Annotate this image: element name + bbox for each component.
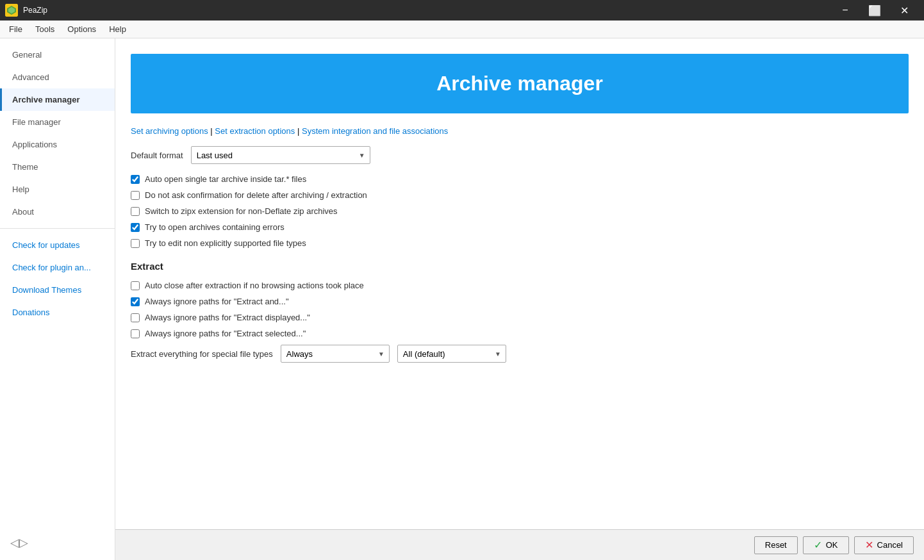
sidebar-item-about[interactable]: About [0,201,115,223]
sidebar-item-file-manager[interactable]: File manager [0,111,115,133]
sidebar: General Advanced Archive manager File ma… [0,38,115,560]
sidebar-item-archive-manager[interactable]: Archive manager [0,88,115,111]
reset-button[interactable]: Reset [754,536,798,554]
checkbox-row-try-open-errors: Try to open archives containing errors [131,222,909,232]
checkbox-row-auto-close: Auto close after extraction if no browsi… [131,281,909,290]
sidebar-collapse-button[interactable]: ◁▷ [0,531,115,555]
special-always-select[interactable]: Always Never Ask [281,345,390,363]
switch-zipx-checkbox[interactable] [131,207,140,216]
close-button[interactable]: ✕ [889,0,919,21]
always-ignore-paths-displayed-checkbox[interactable] [131,313,140,322]
special-file-types-row: Extract everything for special file type… [131,345,909,363]
sidebar-item-theme[interactable]: Theme [0,156,115,178]
sidebar-item-general[interactable]: General [0,44,115,66]
menu-options[interactable]: Options [61,22,103,37]
checkbox-row-always-ignore-and: Always ignore paths for "Extract and..." [131,297,909,306]
sidebar-item-advanced[interactable]: Advanced [0,66,115,88]
always-ignore-paths-and-label[interactable]: Always ignore paths for "Extract and..." [145,297,289,306]
menu-bar: File Tools Options Help [0,21,924,38]
bottom-bar: Reset ✓ OK ✕ Cancel [115,529,924,560]
menu-help[interactable]: Help [103,22,133,37]
default-format-row: Default format Last used ZIP 7Z TAR GZ B… [131,146,909,164]
app-icon [5,4,18,17]
default-format-label: Default format [131,151,183,160]
content-header: Archive manager [131,54,909,113]
sidebar-item-check-plugin[interactable]: Check for plugin an... [0,256,115,279]
try-edit-unsupported-label[interactable]: Try to edit non explicitly supported fil… [145,238,306,248]
links-row: Set archiving options | Set extraction o… [131,126,909,136]
always-ignore-paths-displayed-label[interactable]: Always ignore paths for "Extract display… [145,313,310,322]
content-body: Set archiving options | Set extraction o… [115,113,924,375]
title-bar-left: PeaZip [5,4,47,17]
separator-2: | [297,126,302,136]
content-header-title: Archive manager [156,72,883,95]
sidebar-item-download-themes[interactable]: Download Themes [0,279,115,301]
sidebar-divider [0,228,115,229]
title-bar-controls: − ⬜ ✕ [830,0,919,21]
checkboxes-container: Auto open single tar archive inside tar.… [131,174,909,248]
sidebar-item-check-updates[interactable]: Check for updates [0,234,115,256]
cancel-button[interactable]: ✕ Cancel [854,536,914,554]
auto-close-checkbox[interactable] [131,281,140,290]
no-confirm-delete-label[interactable]: Do not ask confirmation for delete after… [145,190,367,200]
checkbox-row-try-edit-unsupported: Try to edit non explicitly supported fil… [131,238,909,248]
sidebar-item-applications[interactable]: Applications [0,133,115,156]
content-scroll: Archive manager Set archiving options | … [115,38,924,529]
checkbox-row-switch-zipx: Switch to zipx extension for non-Deflate… [131,206,909,216]
system-integration-link[interactable]: System integration and file associations [302,126,448,136]
extract-section-title: Extract [131,261,909,272]
extract-section: Extract Auto close after extraction if n… [131,261,909,363]
special-always-select-wrapper: Always Never Ask ▼ [281,345,390,363]
menu-tools[interactable]: Tools [29,22,61,37]
try-open-errors-label[interactable]: Try to open archives containing errors [145,222,285,232]
content-area: Archive manager Set archiving options | … [115,38,924,560]
always-ignore-paths-and-checkbox[interactable] [131,297,140,306]
main-layout: General Advanced Archive manager File ma… [0,38,924,560]
special-all-select[interactable]: All (default) Images Documents Media [397,345,506,363]
checkbox-row-always-ignore-displayed: Always ignore paths for "Extract display… [131,313,909,322]
switch-zipx-label[interactable]: Switch to zipx extension for non-Deflate… [145,206,338,216]
menu-file[interactable]: File [3,22,29,37]
ok-check-icon: ✓ [814,539,822,551]
default-format-select[interactable]: Last used ZIP 7Z TAR GZ BZ2 [191,146,370,164]
title-bar: PeaZip − ⬜ ✕ [0,0,924,21]
sidebar-item-help[interactable]: Help [0,178,115,201]
ok-button[interactable]: ✓ OK [803,536,849,554]
checkbox-row-no-confirm-delete: Do not ask confirmation for delete after… [131,190,909,200]
cancel-label: Cancel [877,540,903,550]
minimize-button[interactable]: − [830,0,860,21]
set-extraction-options-link[interactable]: Set extraction options [215,126,295,136]
cancel-x-icon: ✕ [865,539,873,551]
checkbox-row-auto-open-tar: Auto open single tar archive inside tar.… [131,174,909,184]
title-bar-title: PeaZip [23,6,47,15]
auto-open-tar-label[interactable]: Auto open single tar archive inside tar.… [145,174,306,184]
auto-open-tar-checkbox[interactable] [131,175,140,184]
checkbox-row-always-ignore-selected: Always ignore paths for "Extract selecte… [131,329,909,338]
auto-close-label[interactable]: Auto close after extraction if no browsi… [145,281,364,290]
always-ignore-paths-selected-checkbox[interactable] [131,329,140,338]
ok-label: OK [826,540,838,550]
set-archiving-options-link[interactable]: Set archiving options [131,126,208,136]
try-edit-unsupported-checkbox[interactable] [131,239,140,248]
sidebar-item-donations[interactable]: Donations [0,301,115,324]
default-format-select-wrapper: Last used ZIP 7Z TAR GZ BZ2 ▼ [191,146,370,164]
try-open-errors-checkbox[interactable] [131,223,140,232]
special-file-types-label: Extract everything for special file type… [131,349,273,359]
always-ignore-paths-selected-label[interactable]: Always ignore paths for "Extract selecte… [145,329,306,338]
maximize-button[interactable]: ⬜ [860,0,889,21]
special-all-select-wrapper: All (default) Images Documents Media ▼ [397,345,506,363]
no-confirm-delete-checkbox[interactable] [131,191,140,200]
